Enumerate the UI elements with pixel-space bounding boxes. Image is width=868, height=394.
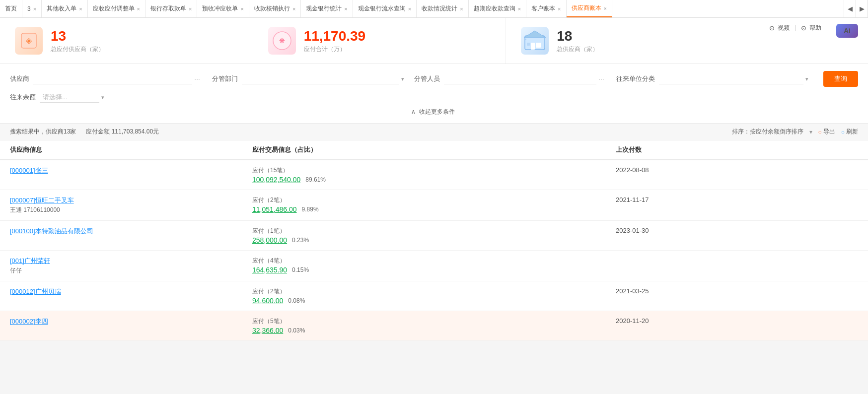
close-other-income[interactable]: × (79, 6, 82, 12)
card2-label: 应付合计（万） (304, 45, 366, 54)
supplier-link-5[interactable]: [000012]广州贝瑞 (10, 287, 252, 296)
close-cs[interactable]: × (344, 6, 347, 12)
table-row-highlighted: [000002]李四 应付（5笔） 32,366.00 0.03% 2020-1… (0, 311, 868, 341)
balance-dropdown-icon[interactable]: ▾ (101, 94, 104, 101)
collapse-bar[interactable]: ∧ 收起更多条件 (10, 105, 858, 119)
summary-card-amount: ❋ 11,170.39 应付合计（万） (253, 18, 506, 64)
result-info: 搜索结果中，供应商13家 应付金额 111,703,854.00元 (10, 128, 159, 136)
nav-tab-bank-deposit[interactable]: 银行存取款单 × (145, 0, 197, 17)
nav-tab-collect-stat[interactable]: 收款情况统计 × (417, 0, 468, 17)
nav-tab-home[interactable]: 首页 (0, 0, 22, 17)
supplier-link-2[interactable]: [000007]恒旺二手叉车 (10, 196, 252, 205)
tx-amount-4[interactable]: 164,635.90 (252, 266, 287, 274)
card2-content: 11,170.39 应付合计（万） (304, 28, 366, 54)
sort-chevron[interactable]: ▾ (809, 129, 812, 135)
table-row: [000001]张三 应付（15笔） 100,092,540.00 89.61%… (0, 160, 868, 190)
vendor-dots[interactable]: ··· (194, 75, 200, 83)
supplier-sub-4: 仔仔 (10, 266, 252, 275)
amount-icon: ❋ (268, 27, 296, 55)
close-tab-3[interactable]: × (33, 6, 36, 12)
nav-tab-other-income[interactable]: 其他收入单 × (42, 0, 87, 17)
filter-person: 分管人员 ··· (414, 73, 606, 84)
vendor-input[interactable] (33, 73, 192, 84)
nav-tab-cash-flow[interactable]: 现金银行流水查询 × (353, 0, 417, 17)
close-cb[interactable]: × (558, 6, 561, 12)
card1-content: 13 总应付供应商（家） (51, 28, 104, 54)
tx-cell-2: 应付（2笔） 11,051,486.00 9.89% (252, 196, 616, 213)
summary-section: ◈ 13 总应付供应商（家） ❋ 11,170.39 应付合计（万） (0, 18, 868, 64)
tx-cell-1: 应付（15笔） 100,092,540.00 89.61% (252, 166, 616, 184)
export-button[interactable]: 导出 (818, 128, 835, 136)
tx-amount-2[interactable]: 11,051,486.00 (252, 205, 297, 213)
card1-value: 13 (51, 28, 104, 45)
result-bar: 搜索结果中，供应商13家 应付金额 111,703,854.00元 排序：按应付… (0, 124, 868, 140)
svg-rect-6 (531, 43, 535, 50)
video-link[interactable]: ⊙ 视频 (769, 24, 790, 32)
nav-arrows: ◀ ▶ (844, 0, 868, 18)
close-bank[interactable]: × (189, 6, 192, 12)
nav-tab-overdue[interactable]: 超期应收款查询 × (469, 0, 526, 17)
help-divider: | (795, 24, 796, 31)
close-vb[interactable]: × (604, 5, 607, 11)
top-right-links: ⊙ 视频 | ⊙ 帮助 Ai (759, 18, 868, 64)
tx-ratio-1: 89.61% (305, 176, 326, 183)
supplier-cell-5: [000012]广州贝瑞 (10, 287, 252, 296)
nav-tab-ar-ap-adjust[interactable]: 应收应付调整单 × (88, 0, 145, 17)
svg-marker-5 (524, 31, 546, 38)
nav-tab-customer-book[interactable]: 客户账本 × (526, 0, 566, 17)
close-advance[interactable]: × (240, 6, 243, 12)
last-pay-5: 2021-03-25 (616, 287, 858, 295)
table-row: [000007]恒旺二手叉车 王通 17106110000 应付（2笔） 11,… (0, 190, 868, 221)
supplier-link-4[interactable]: [001]广州荣轩 (10, 257, 252, 265)
help-link[interactable]: ⊙ 帮助 (801, 24, 821, 32)
tx-amount-6[interactable]: 32,366.00 (252, 327, 283, 334)
close-cf[interactable]: × (408, 6, 411, 12)
close-od[interactable]: × (518, 6, 521, 12)
tx-amount-5[interactable]: 94,600.00 (252, 297, 283, 305)
svg-rect-7 (536, 43, 541, 48)
person-dots[interactable]: ··· (598, 75, 604, 83)
dept-dropdown-icon[interactable]: ▾ (401, 76, 404, 82)
tx-amount-1[interactable]: 100,092,540.00 (252, 176, 300, 184)
summary-card-total: 18 总供应商（家） (506, 18, 759, 64)
collapse-label: 收起更多条件 (419, 108, 455, 115)
summary-card-vendors: ◈ 13 总应付供应商（家） (0, 18, 253, 64)
ai-button[interactable]: Ai (836, 24, 858, 38)
category-dropdown-icon[interactable]: ▾ (805, 76, 808, 82)
tx-cell-4: 应付（4笔） 164,635.90 0.15% (252, 257, 616, 274)
dept-input[interactable] (242, 73, 399, 84)
supplier-link-6[interactable]: [000002]李四 (10, 317, 252, 326)
nav-next-arrow[interactable]: ▶ (856, 0, 868, 18)
nav-tab-cash-stat[interactable]: 现金银行统计 × (301, 0, 353, 17)
balance-input[interactable] (40, 92, 99, 103)
close-cst[interactable]: × (460, 6, 463, 12)
tx-label-2: 应付（2笔） (252, 196, 616, 204)
last-pay-1: 2022-08-08 (616, 166, 858, 174)
tx-amount-3[interactable]: 258,000.00 (252, 236, 287, 244)
person-input[interactable] (444, 73, 596, 84)
video-icon: ⊙ (769, 24, 775, 32)
supplier-link-1[interactable]: [000001]张三 (10, 166, 252, 175)
refresh-button[interactable]: 刷新 (841, 128, 858, 136)
nav-tab-3[interactable]: 3 × (22, 0, 42, 17)
close-pv[interactable]: × (292, 6, 295, 12)
nav-tab-payment-verify[interactable]: 收款核销执行 × (249, 0, 301, 17)
chevron-up-icon: ∧ (411, 108, 416, 115)
nav-prev-arrow[interactable]: ◀ (844, 0, 856, 18)
close-ar-ap[interactable]: × (137, 6, 140, 12)
col-last-payment: 上次付数 (616, 145, 858, 154)
col-supplier: 供应商信息 (10, 145, 252, 154)
nav-tab-advance[interactable]: 预收冲应收单 × (197, 0, 249, 17)
filter-row-2: 往来余额 ▾ (10, 92, 858, 103)
last-pay-3: 2023-01-30 (616, 227, 858, 234)
supplier-link-3[interactable]: [000100]本特勤油品有限公司 (10, 227, 252, 236)
query-button[interactable]: 查询 (823, 71, 858, 87)
table-row: [000100]本特勤油品有限公司 应付（1笔） 258,000.00 0.23… (0, 221, 868, 251)
tx-row-6: 32,366.00 0.03% (252, 327, 616, 334)
filter-category: 往来单位分类 ▾ (616, 73, 808, 84)
tx-label-3: 应付（1笔） (252, 227, 616, 235)
category-input[interactable] (659, 73, 803, 84)
nav-tab-vendor-book[interactable]: 供应商账本 × (567, 0, 612, 17)
amount-total: 应付金额 111,703,854.00元 (86, 128, 159, 136)
card3-value: 18 (557, 28, 598, 45)
